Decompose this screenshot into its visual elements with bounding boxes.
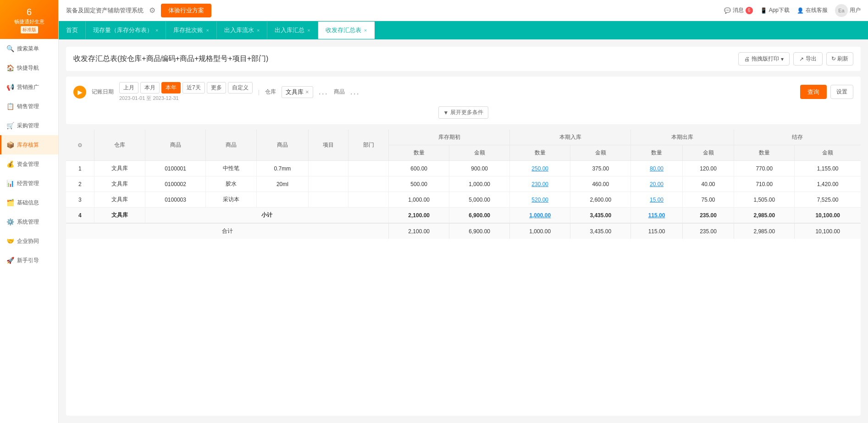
th-opening-group: 库存期初 [389, 130, 510, 145]
inventory-icon: 📦 [6, 141, 14, 149]
th-opening-amt: 金额 [449, 145, 510, 161]
date-btn-自定义[interactable]: 自定义 [228, 82, 253, 93]
sidebar-item-corp[interactable]: 🤝 企业协同 [0, 231, 58, 251]
search-button[interactable]: 查询 [800, 85, 827, 99]
refresh-icon: ↻ [831, 55, 836, 62]
set-button[interactable]: 设置 [830, 85, 853, 99]
row-bal-qty: 770.00 [734, 161, 795, 176]
tab-inventory-dist[interactable]: 现存量（库存分布表）× [86, 22, 166, 39]
table-total-row: 合计 2,100.00 6,900.00 1,000.00 3,435.00 1… [66, 223, 861, 239]
date-btn-近7天[interactable]: 近7天 [182, 82, 205, 93]
tab-inout-flow[interactable]: 出入库流水× [217, 22, 267, 39]
sidebar-item-guide[interactable]: 🚀 新手引导 [0, 251, 58, 270]
row-open-amt: 5,000.00 [449, 192, 510, 208]
table-row: 2 文具库 0100002 胶水 20ml 500.00 1,000.00 23… [66, 176, 861, 192]
tab-recv-send[interactable]: 收发存汇总表× [318, 22, 375, 39]
tab-close-recv-send[interactable]: × [364, 27, 367, 33]
tab-home[interactable]: 首页 [59, 22, 86, 39]
sidebar-tag: 标准版 [21, 26, 38, 33]
row-dept [348, 192, 389, 208]
sidebar-item-purchase[interactable]: 🛒 采购管理 [0, 116, 58, 135]
header-right: 💬 消息 6 📱 App下载 👤 在线客服 Ea 用户 [724, 4, 861, 17]
data-table-container: ⚙ 仓库 商品 商品 商品 项目 部门 库存期初 本期入库 本期出库 结存 数量 [66, 130, 861, 416]
th-goods-spec: 商品 [257, 130, 308, 161]
logo-icon: 6 [4, 5, 55, 18]
date-btn-本年[interactable]: 本年 [161, 82, 181, 93]
sidebar-item-sales[interactable]: 📋 销售管理 [0, 97, 58, 116]
header-settings-icon[interactable]: ⚙ [149, 6, 155, 15]
tab-close-inout-flow[interactable]: × [257, 27, 260, 33]
expand-icon: ▼ [443, 110, 449, 116]
sidebar-label-finance: 资金管理 [17, 160, 39, 168]
row-out-qty[interactable]: 15.00 [631, 192, 683, 208]
message-button[interactable]: 💬 消息 6 [724, 6, 753, 14]
table-settings-icon[interactable]: ⚙ [66, 130, 94, 161]
sidebar-item-inventory[interactable]: 📦 库存核算 [0, 135, 58, 154]
expand-filter-button[interactable]: ▼ 展开更多条件 [438, 106, 489, 119]
sidebar-label-search: 搜索菜单 [17, 45, 39, 53]
trial-button[interactable]: 体验行业方案 [161, 4, 211, 17]
total-open-amt: 6,900.00 [449, 223, 510, 239]
online-service-button[interactable]: 👤 在线客服 [797, 6, 828, 14]
tab-close-inventory-dist[interactable]: × [155, 27, 158, 33]
date-btn-上月[interactable]: 上月 [119, 82, 138, 93]
row-warehouse: 文具库 [94, 161, 145, 176]
message-icon: 💬 [724, 7, 731, 14]
th-dept: 部门 [348, 130, 389, 161]
warehouse-tag-close-icon[interactable]: × [305, 88, 309, 95]
export-button[interactable]: ↗ 导出 [793, 52, 823, 66]
tab-inout-summary[interactable]: 出入库汇总× [267, 22, 318, 39]
tab-close-inout-summary[interactable]: × [307, 27, 310, 33]
row-in-qty[interactable]: 230.00 [510, 176, 570, 192]
sidebar-item-marketing[interactable]: 📢 营销推广 [0, 77, 58, 97]
subtotal-label: 小计 [145, 208, 389, 224]
data-table: ⚙ 仓库 商品 商品 商品 项目 部门 库存期初 本期入库 本期出库 结存 数量 [66, 130, 861, 239]
page-actions: 🖨 拖拽版打印 ▾ ↗ 导出 ↻ 刷新 [738, 52, 853, 66]
page-title-bar: 收发存汇总表(按仓库+商品编码+商品+规格型号+项目+部门) 🖨 拖拽版打印 ▾… [66, 47, 861, 71]
row-in-qty[interactable]: 520.00 [510, 192, 570, 208]
th-warehouse: 仓库 [94, 130, 145, 161]
app-download-button[interactable]: 📱 App下载 [760, 6, 790, 14]
row-open-amt: 1,000.00 [449, 176, 510, 192]
online-service-label: 在线客服 [806, 6, 828, 14]
th-in-qty: 数量 [510, 145, 570, 161]
sidebar-item-quicknav[interactable]: 🏠 快捷导航 [0, 58, 58, 77]
tab-close-batch[interactable]: × [206, 27, 209, 33]
sidebar-item-search[interactable]: 🔍 搜索菜单 [0, 39, 58, 58]
row-bal-amt: 7,525.00 [795, 192, 861, 208]
subtotal-in-amt: 3,435.00 [570, 208, 631, 224]
warehouse-tag[interactable]: 文具库 × [282, 86, 313, 98]
total-bal-amt: 10,100.00 [795, 223, 861, 239]
row-warehouse: 文具库 [94, 176, 145, 192]
row-open-qty: 600.00 [389, 161, 449, 176]
subtotal-out-qty: 115.00 [631, 208, 683, 224]
print-label: 拖拽版打印 [752, 55, 779, 63]
row-out-amt: 120.00 [682, 161, 734, 176]
date-btn-本月[interactable]: 本月 [140, 82, 160, 93]
warehouse-value: 文具库 [286, 88, 304, 96]
row-in-qty[interactable]: 250.00 [510, 161, 570, 176]
row-out-qty[interactable]: 20.00 [631, 176, 683, 192]
export-label: 导出 [806, 55, 817, 63]
filter-arrow-icon[interactable]: ▶ [73, 86, 86, 99]
total-label: 合计 [66, 223, 389, 239]
basic-icon: 🗂️ [6, 198, 14, 207]
subtotal-warehouse: 文具库 [94, 208, 145, 224]
subtotal-bal-qty: 2,985.00 [734, 208, 795, 224]
sidebar-item-business[interactable]: 📊 经营管理 [0, 174, 58, 193]
tab-batch[interactable]: 库存批次账× [166, 22, 216, 39]
print-button[interactable]: 🖨 拖拽版打印 ▾ [738, 52, 790, 66]
sidebar-item-finance[interactable]: 💰 资金管理 [0, 154, 58, 174]
warehouse-more-icon[interactable]: ... [319, 87, 328, 97]
row-out-qty[interactable]: 80.00 [631, 161, 683, 176]
sidebar-item-basic[interactable]: 🗂️ 基础信息 [0, 193, 58, 212]
sidebar: 6 畅捷通好生意 标准版 🔍 搜索菜单 🏠 快捷导航 📢 营销推广 📋 销售管理… [0, 0, 59, 423]
refresh-button[interactable]: ↻ 刷新 [826, 52, 853, 66]
tab-label-batch: 库存批次账 [173, 26, 203, 34]
goods-more-icon[interactable]: ... [350, 87, 360, 97]
date-btn-更多[interactable]: 更多 [207, 82, 226, 93]
tab-label-recv-send: 收发存汇总表 [326, 26, 361, 34]
sidebar-item-system[interactable]: ⚙️ 系统管理 [0, 212, 58, 231]
system-icon: ⚙️ [6, 218, 14, 226]
user-menu[interactable]: Ea 用户 [835, 4, 861, 17]
